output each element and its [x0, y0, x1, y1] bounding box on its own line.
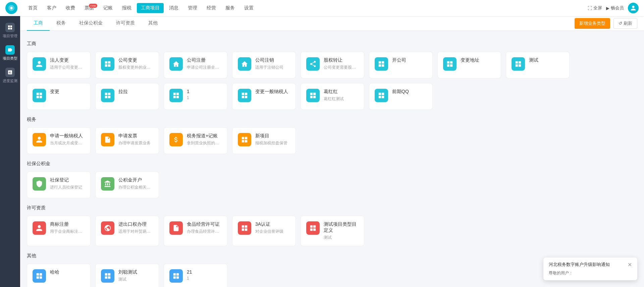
card-info-申请发票: 申请发票办理申请发票业务 [118, 133, 153, 146]
tag-icon [5, 45, 15, 55]
sidebar-item-progress[interactable]: 进度监测 [0, 64, 20, 87]
member-label: 畅会员 [611, 5, 624, 11]
member-icon: ▶ [606, 6, 609, 11]
person-card-icon [33, 57, 46, 71]
tab-bar: 工商税务社保公积金许可资质其他 新增业务类型 ↺ 刷新 [20, 16, 644, 31]
tab-社保公积金[interactable]: 社保公积金 [72, 16, 109, 31]
card-刘聪测试[interactable]: 刘聪测试测试 [95, 264, 159, 287]
shield-card-icon [33, 177, 46, 191]
nav-item-收费[interactable]: 收费 [62, 3, 79, 13]
card-变更[interactable]: 变更 [27, 83, 91, 110]
grid-card-icon [33, 89, 46, 102]
card-社保登记[interactable]: 社保登记进行人员社保登记 [27, 171, 91, 198]
card-info-变更: 变更 [50, 89, 85, 96]
card-变更地址[interactable]: 变更地址 [437, 52, 501, 78]
grid-card-icon [238, 89, 251, 102]
card-税务报道+记账[interactable]: 税务报道+记账拿到营业执照的新公司 [164, 127, 227, 154]
doc-card-icon [169, 221, 183, 235]
sidebar-item-project-mgmt[interactable]: 项目管理 [0, 19, 20, 42]
card-name-公积金开户: 公积金开户 [118, 177, 153, 183]
nav-item-经营[interactable]: 经营 [203, 3, 220, 13]
nav-item-设置[interactable]: 设置 [240, 3, 258, 13]
notification-close-icon[interactable]: ✕ [628, 262, 632, 268]
card-name-社保登记: 社保登记 [50, 177, 85, 183]
card-测试项目类型目定义[interactable]: 测试项目类型目定义测试 [301, 216, 364, 246]
globe-card-icon [101, 221, 114, 235]
tab-许可资质[interactable]: 许可资质 [109, 16, 142, 31]
card-测试[interactable]: 测试 [506, 52, 570, 78]
card-公司变更[interactable]: 公司变更股权变更外的业务变更 [95, 52, 159, 78]
card-desc-葛红红: 葛红红测试 [324, 96, 359, 102]
card-name-变更地址: 变更地址 [461, 57, 495, 63]
card-name-3A认证: 3A认证 [255, 221, 290, 227]
sidebar-item-project-type[interactable]: 项目类型 [0, 42, 20, 64]
member-btn[interactable]: ▶ 畅会员 [606, 5, 624, 11]
nav-item-记账[interactable]: 记账 [99, 3, 117, 13]
notification-header: 河北税务数字账户升级影响通知 ✕ [549, 262, 632, 268]
tabs-container: 工商税务社保公积金许可资质其他 [27, 16, 164, 30]
card-葛红红[interactable]: 葛红红葛红红测试 [301, 83, 364, 110]
card-info-法人变更: 法人变更适用于公司变更法人 [50, 57, 85, 70]
card-name-葛红红: 葛红红 [324, 89, 359, 95]
new-type-button[interactable]: 新增业务类型 [575, 18, 610, 29]
section-title-工商: 工商 [27, 41, 637, 47]
grid-card-icon [33, 269, 46, 283]
card-info-葛红红: 葛红红葛红红测试 [324, 89, 359, 102]
card-哈哈[interactable]: 哈哈 [27, 264, 91, 287]
nav-item-消息[interactable]: 消息 [165, 3, 182, 13]
card-desc-申请一般纳税人: 当月或次月成变更完成 [50, 140, 85, 146]
card-前期QQ[interactable]: 前期QQ [369, 83, 433, 110]
card-拉拉[interactable]: 拉拉 [95, 83, 159, 110]
card-desc-新项目: 报税加税控盘保管 [255, 140, 290, 146]
cards-grid-许可资质: 商标注册用于企业商标注册服务进出口权办理适用于对外贸易经营者食品经营许可证办理食… [27, 216, 637, 246]
avatar[interactable] [628, 3, 639, 13]
card-desc-商标注册: 用于企业商标注册服务 [50, 229, 85, 234]
card-变更一般纳税人[interactable]: 变更一般纳税人 [232, 83, 296, 110]
card-公司注销[interactable]: 公司注销适用于注销公司 [232, 52, 296, 78]
card-申请发票[interactable]: 申请发票办理申请发票业务 [95, 127, 159, 154]
card-name-公司注册: 公司注册 [187, 57, 222, 63]
card-desc-公司注册: 申请公司注册全流程 [187, 65, 222, 70]
top-nav: 首页客户收费票据new记账报税工商项目消息管理经营服务设置 ⛶ 全屏 ▶ 畅会员 [0, 0, 644, 16]
card-name-商标注册: 商标注册 [50, 221, 85, 227]
card-进出口权办理[interactable]: 进出口权办理适用于对外贸易经营者 [95, 216, 159, 246]
card-食品经营许可证[interactable]: 食品经营许可证办理食品经营许可证 [164, 216, 227, 246]
sidebar-label-project-type: 项目类型 [3, 56, 17, 61]
card-法人变更[interactable]: 法人变更适用于公司变更法人 [27, 52, 91, 78]
grid-card-icon [306, 221, 320, 235]
fullscreen-btn[interactable]: ⛶ 全屏 [588, 5, 602, 11]
card-desc-法人变更: 适用于公司变更法人 [50, 65, 85, 70]
section-title-社保公积金: 社保公积金 [27, 161, 637, 167]
tab-其他[interactable]: 其他 [142, 16, 164, 31]
card-公司注册[interactable]: 公司注册申请公司注册全流程 [164, 52, 227, 78]
nav-item-工商项目[interactable]: 工商项目 [137, 3, 164, 13]
nav-item-管理[interactable]: 管理 [184, 3, 201, 13]
cards-grid-社保公积金: 社保登记进行人员社保登记公积金开户办理公积金相关业务 [27, 171, 637, 198]
card-21[interactable]: 211 [164, 264, 227, 287]
card-公积金开户[interactable]: 公积金开户办理公积金相关业务 [95, 171, 159, 198]
card-desc-社保登记: 进行人员社保登记 [50, 185, 85, 190]
share-card-icon [306, 57, 320, 71]
section-title-税务: 税务 [27, 117, 637, 123]
doc-card-icon [101, 133, 114, 146]
grid-card-icon [238, 133, 251, 146]
refresh-button[interactable]: ↺ 刷新 [613, 18, 637, 29]
tab-工商[interactable]: 工商 [27, 16, 50, 31]
card-1[interactable]: 11 [164, 83, 227, 110]
card-股权转让[interactable]: 股权转让公司变更需要股权转让 [301, 52, 364, 78]
main-content: 工商税务社保公积金许可资质其他 新增业务类型 ↺ 刷新 工商法人变更适用于公司变… [20, 16, 644, 287]
nav-item-服务[interactable]: 服务 [221, 3, 239, 13]
card-商标注册[interactable]: 商标注册用于企业商标注册服务 [27, 216, 91, 246]
card-name-1: 1 [187, 89, 222, 94]
nav-item-报税[interactable]: 报税 [118, 3, 136, 13]
tab-税务[interactable]: 税务 [50, 16, 72, 31]
card-新项目[interactable]: 新项目报税加税控盘保管 [232, 127, 296, 154]
nav-item-首页[interactable]: 首页 [24, 3, 42, 13]
card-申请一般纳税人[interactable]: 申请一般纳税人当月或次月成变更完成 [27, 127, 91, 154]
grid-card-icon [101, 269, 114, 283]
card-3A认证[interactable]: 3A认证对企业信誉评级 [232, 216, 296, 246]
nav-item-客户[interactable]: 客户 [43, 3, 60, 13]
card-开公司[interactable]: 开公司 [369, 52, 433, 78]
nav-item-票据[interactable]: 票据new [80, 3, 98, 13]
grid-card-icon [101, 89, 114, 102]
